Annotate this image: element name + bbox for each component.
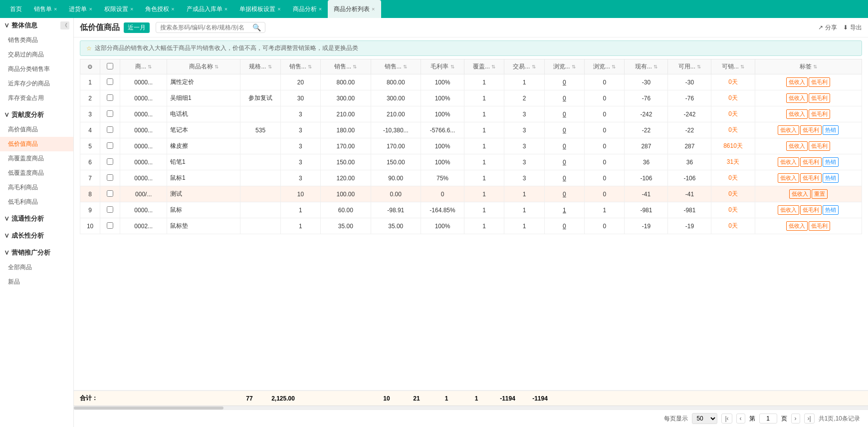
row-select-checkbox[interactable] (107, 126, 113, 133)
browse-link[interactable]: 0 (563, 159, 566, 166)
sidebar-collapse-overall[interactable]: 《 (60, 21, 69, 29)
sidebar-item-high-value[interactable]: 高价值商品 (0, 122, 73, 137)
period-button[interactable]: 近一月 (124, 22, 150, 33)
browse-link[interactable]: 0 (563, 127, 566, 134)
col-code[interactable]: 商... ⇅ (120, 59, 167, 74)
row-browse1[interactable]: 0 (544, 218, 584, 234)
export-button[interactable]: ⬇ 导出 (843, 23, 862, 32)
col-settings[interactable]: ⚙ (80, 59, 100, 74)
row-browse1[interactable]: 0 (544, 138, 584, 154)
nav-close-template[interactable]: × (277, 6, 280, 12)
row-browse1[interactable]: 0 (544, 90, 584, 106)
sidebar-item-low-value[interactable]: 低价值商品 (0, 137, 73, 151)
sidebar-item-high-margin[interactable]: 高毛利商品 (0, 180, 73, 195)
row-select-checkbox[interactable] (107, 142, 113, 149)
row-checkbox[interactable] (100, 218, 120, 234)
col-qty[interactable]: 销售... ⇅ (280, 59, 320, 74)
nav-close-permission[interactable]: × (130, 6, 133, 12)
sidebar-item-new-goods[interactable]: 新品 (0, 275, 73, 289)
share-button[interactable]: ↗ 分享 (818, 23, 837, 32)
next-page-button[interactable]: › (791, 414, 800, 424)
col-sale1[interactable]: 销售... ⇅ (321, 59, 371, 74)
sidebar-item-low-stock[interactable]: 近库存少的商品 (0, 76, 73, 91)
nav-goods-analysis[interactable]: 商品分析 × (287, 0, 328, 18)
nav-sales[interactable]: 销售单 × (28, 0, 63, 18)
row-browse1[interactable]: 0 (544, 106, 584, 122)
sidebar-item-traded-goods[interactable]: 交易过的商品 (0, 47, 73, 62)
nav-close-goods-analysis[interactable]: × (319, 6, 322, 12)
col-gross[interactable]: 毛利率 ⇅ (421, 59, 464, 74)
browse-link[interactable]: 0 (563, 95, 566, 102)
sidebar-item-stock-fund[interactable]: 库存资金占用 (0, 91, 73, 105)
page-number-input[interactable] (759, 414, 777, 424)
nav-close-goods-analysis-list[interactable]: × (372, 6, 375, 12)
sidebar-item-high-coverage[interactable]: 高覆盖度商品 (0, 151, 73, 166)
nav-role[interactable]: 角色授权 × (139, 0, 180, 18)
search-icon[interactable]: 🔍 (252, 23, 261, 31)
col-stock[interactable]: 现有... ⇅ (625, 59, 668, 74)
row-select-checkbox[interactable] (107, 174, 113, 181)
row-checkbox[interactable] (100, 90, 120, 106)
nav-purchase[interactable]: 进货单 × (63, 0, 98, 18)
table-horizontal-scrollbar[interactable] (74, 406, 868, 410)
row-checkbox[interactable] (100, 74, 120, 90)
nav-close-sales[interactable]: × (54, 6, 57, 12)
col-tags[interactable]: 标签 ⇅ (755, 59, 862, 74)
sidebar-item-category-rate[interactable]: 商品分类销售率 (0, 62, 73, 76)
row-checkbox[interactable] (100, 170, 120, 186)
col-cover[interactable]: 覆盖... ⇅ (464, 59, 504, 74)
row-browse1[interactable]: 0 (544, 74, 584, 90)
browse-link[interactable]: 0 (563, 143, 566, 150)
nav-permission[interactable]: 权限设置 × (98, 0, 139, 18)
row-select-checkbox[interactable] (107, 190, 113, 197)
browse-link[interactable]: 1 (563, 207, 566, 214)
row-checkbox[interactable] (100, 122, 120, 138)
col-avail[interactable]: 可用... ⇅ (668, 59, 711, 74)
nav-close-role[interactable]: × (171, 6, 174, 12)
row-browse1[interactable]: 0 (544, 122, 584, 138)
scrollbar-thumb[interactable] (74, 407, 223, 410)
nav-template[interactable]: 单据模板设置 × (233, 0, 286, 18)
row-select-checkbox[interactable] (107, 94, 113, 101)
row-select-checkbox[interactable] (107, 78, 113, 85)
browse-link[interactable]: 0 (563, 111, 566, 118)
col-browse2[interactable]: 浏览... ⇅ (585, 59, 625, 74)
row-checkbox[interactable] (100, 154, 120, 170)
prev-page-button[interactable]: ‹ (736, 414, 745, 424)
col-trade[interactable]: 交易... ⇅ (504, 59, 544, 74)
per-page-select[interactable]: 50 100 200 (692, 413, 717, 424)
first-page-button[interactable]: |‹ (721, 414, 732, 424)
row-checkbox[interactable] (100, 202, 120, 218)
search-input[interactable] (160, 24, 252, 31)
row-select-checkbox[interactable] (107, 110, 113, 117)
col-name[interactable]: 商品名称 ⇅ (167, 59, 240, 74)
sidebar-item-sales-goods[interactable]: 销售类商品 (0, 33, 73, 47)
sidebar-item-all-goods[interactable]: 全部商品 (0, 260, 73, 275)
row-select-checkbox[interactable] (107, 206, 113, 213)
browse-link[interactable]: 0 (563, 191, 566, 198)
last-page-button[interactable]: ›| (804, 414, 815, 424)
nav-close-product[interactable]: × (224, 6, 227, 12)
browse-link[interactable]: 0 (563, 175, 566, 182)
row-browse1[interactable]: 0 (544, 154, 584, 170)
sidebar-item-low-coverage[interactable]: 低覆盖度商品 (0, 166, 73, 180)
select-all-checkbox[interactable] (107, 63, 113, 69)
row-checkbox[interactable] (100, 138, 120, 154)
nav-home[interactable]: 首页 (4, 0, 28, 18)
browse-link[interactable]: 0 (563, 79, 566, 86)
nav-close-purchase[interactable]: × (89, 6, 92, 12)
col-browse1[interactable]: 浏览... ⇅ (544, 59, 584, 74)
sidebar-item-low-margin[interactable]: 低毛利商品 (0, 195, 73, 209)
row-checkbox[interactable] (100, 186, 120, 202)
row-select-checkbox[interactable] (107, 222, 113, 229)
row-browse1[interactable]: 0 (544, 170, 584, 186)
browse-link[interactable]: 0 (563, 223, 566, 230)
row-checkbox[interactable] (100, 106, 120, 122)
row-browse1[interactable]: 1 (544, 202, 584, 218)
col-spec[interactable]: 规格... ⇅ (240, 59, 280, 74)
row-browse1[interactable]: 0 (544, 186, 584, 202)
nav-goods-analysis-list[interactable]: 商品分析列表 × (328, 0, 381, 18)
col-sale2[interactable]: 销售... ⇅ (371, 59, 421, 74)
col-sellable[interactable]: 可销... ⇅ (711, 59, 755, 74)
row-select-checkbox[interactable] (107, 158, 113, 165)
